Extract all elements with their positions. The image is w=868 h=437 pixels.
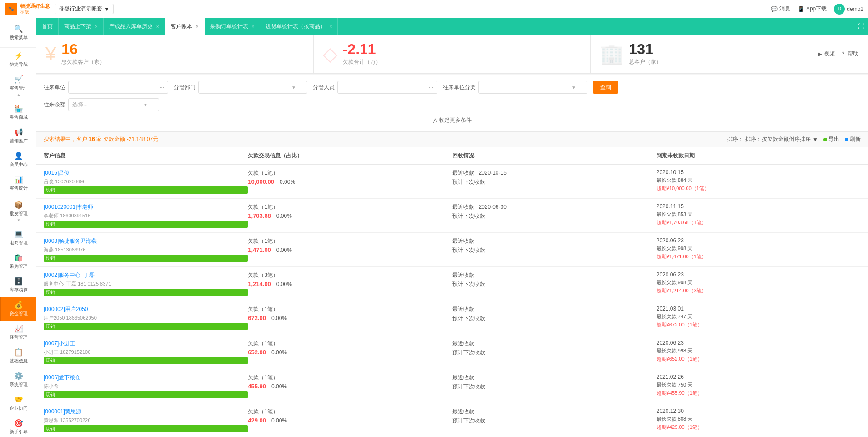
customer-link-6[interactable]: [0006]孟下粮仓 <box>44 374 248 382</box>
debt-ratio-2: 0.00% <box>276 247 292 253</box>
due-days-4: 最长欠款 747 天 <box>657 313 861 320</box>
customer-link-1[interactable]: [0001020001]李老师 <box>44 203 248 211</box>
customer-link-7[interactable]: [000001]黄思源 <box>44 408 248 416</box>
tab-product-history[interactable]: 产成品入库单历史 × <box>104 18 165 35</box>
tab-incoming-summary[interactable]: 进货单统计表（按商品） × <box>260 18 338 35</box>
tab-product-offshelf-close[interactable]: × <box>95 24 98 29</box>
collapse-btn[interactable]: ⋀ 收起更多条件 <box>44 115 861 126</box>
due-overdue-6[interactable]: 超期¥455.90（1笔） <box>657 390 861 397</box>
due-overdue-2[interactable]: 超期¥1,471.00（1笔） <box>657 253 861 260</box>
yuan-icon: ¥ <box>45 43 56 65</box>
table-row: [000002]用户2050 用户2050 18665062050 现销 欠款（… <box>36 301 868 335</box>
tab-purchase-summary-close[interactable]: × <box>252 24 255 29</box>
customer-link-5[interactable]: [0007]小进王 <box>44 340 248 347</box>
debt-cell-2: 欠款（1笔） 1,471.00 0.00% <box>248 237 452 262</box>
debt-amount-1: 1,703.68 <box>248 212 271 219</box>
tab-customer-account-label: 客户账本 <box>171 23 192 30</box>
message-icon: 💬 <box>771 6 778 12</box>
tab-customer-account-close[interactable]: × <box>196 24 199 29</box>
retail-stats-icon: 📊 <box>14 175 23 184</box>
stat-info-debt-customers: 16 总欠款客户（家） <box>61 42 105 66</box>
sidebar-item-inventory[interactable]: 🗄️ 库存核算 <box>0 273 36 297</box>
username: demo2 <box>847 6 863 12</box>
member-icon: 👤 <box>14 151 23 160</box>
sidebar-item-ecommerce[interactable]: 💻 电商管理 <box>0 226 36 250</box>
sidebar-item-retail-manage[interactable]: 🛒 零售管理 ▲ <box>0 71 36 100</box>
due-overdue-1[interactable]: 超期¥1,703.68（1笔） <box>657 219 861 226</box>
tab-incoming-summary-close[interactable]: × <box>329 24 332 29</box>
customer-link-3[interactable]: [0002]服务中心_丁磊 <box>44 271 248 279</box>
due-overdue-4[interactable]: 超期¥672.00（1笔） <box>657 321 861 328</box>
tab-home[interactable]: 首页 <box>36 18 59 35</box>
video-btn[interactable]: ▶ 视频 <box>818 50 835 58</box>
due-overdue-0[interactable]: 超期¥10,000.00（1笔） <box>657 185 861 192</box>
sidebar-item-retail-stats[interactable]: 📊 零售统计 <box>0 171 36 195</box>
filter-from-unit: 往来单位 ··· <box>44 81 168 94</box>
sidebar-item-member[interactable]: 👤 会员中心 <box>0 148 36 171</box>
debt-cell-0: 欠款（1笔） 10,000.00 0.00% <box>248 169 452 194</box>
customer-cell-4: [000002]用户2050 用户2050 18665062050 现销 <box>44 306 248 330</box>
debt-ratio-1: 0.00% <box>276 213 292 219</box>
unit-category-select[interactable]: ▼ <box>478 81 587 94</box>
sidebar-item-retail-mall[interactable]: 🏪 零售商城 <box>0 100 36 124</box>
sidebar-item-system[interactable]: ⚙️ 系统管理 <box>0 368 36 392</box>
top-bar-left: 🐾 畅捷通好生意 示版 母婴行业演示账套 ▼ <box>5 3 114 15</box>
retail-manage-icon: 🛒 <box>14 75 23 84</box>
sort-select[interactable]: 排序： 排序：按欠款金额倒序排序 ▼ <box>727 136 818 143</box>
query-btn[interactable]: 查询 <box>593 81 618 94</box>
sidebar-item-basic-info[interactable]: 📋 基础信息 <box>0 344 36 368</box>
due-overdue-5[interactable]: 超期¥652.00（1笔） <box>657 356 861 362</box>
tab-product-history-close[interactable]: × <box>156 24 159 29</box>
export-icon <box>823 138 827 141</box>
due-overdue-7[interactable]: 超期¥429.00（1笔） <box>657 424 861 431</box>
customer-link-2[interactable]: [0003]畅捷服务尹海燕 <box>44 237 248 245</box>
balance-select[interactable]: 选择... ▼ <box>68 98 159 111</box>
debt-ratio-0: 0.00% <box>280 179 295 185</box>
result-info: 搜索结果中，客户 16 家 欠款金额 -21,148.07元 <box>44 136 158 143</box>
tab-maximize-icon[interactable]: ⛶ <box>858 23 864 30</box>
tab-product-offshelf[interactable]: 商品上下架 × <box>59 18 104 35</box>
due-overdue-3[interactable]: 超期¥1,214.00（3笔） <box>657 287 861 294</box>
sidebar-item-search[interactable]: 🔍 搜索菜单 <box>0 21 36 45</box>
customer-link-4[interactable]: [000002]用户2050 <box>44 306 248 313</box>
company-name: 母婴行业演示账套 <box>59 5 102 13</box>
recovery-next-4: 预计下次收款 <box>452 315 657 322</box>
sidebar-item-batch-manage[interactable]: 📦 批发管理 ▼ <box>0 197 36 226</box>
company-selector[interactable]: 母婴行业演示账套 ▼ <box>55 4 114 14</box>
stat-label-amount: 欠款合计（万） <box>343 58 381 66</box>
sidebar-item-newcomer[interactable]: 🎯 新手引导 <box>0 415 36 437</box>
help-label: 帮助 <box>848 50 858 58</box>
app-download-btn[interactable]: 📱 App下载 <box>798 5 827 13</box>
sidebar-item-purchase[interactable]: 🛍️ 采购管理 <box>0 250 36 273</box>
recovery-next-3: 预计下次收款 <box>452 281 657 288</box>
from-unit-input[interactable]: ··· <box>68 81 168 94</box>
customer-link-0[interactable]: [0016]吕俊 <box>44 169 248 177</box>
recovery-cell-2: 最近收款 预计下次收款 <box>452 237 657 262</box>
tab-purchase-summary[interactable]: 采购订单统计表 × <box>205 18 261 35</box>
customer-phone-5: 小进王 18279152100 <box>44 349 248 356</box>
tab-minimize-icon[interactable]: — <box>848 23 854 30</box>
sidebar-item-quick-nav[interactable]: ⚡ 快捷导航 <box>0 48 36 71</box>
user-avatar-btn[interactable]: D demo2 <box>834 4 863 15</box>
dept-select[interactable]: ▼ <box>198 81 307 94</box>
help-btn[interactable]: ？ 帮助 <box>840 50 858 58</box>
sidebar-item-ops[interactable]: 📈 经营管理 <box>0 321 36 344</box>
filter-person: 分管人员 ··· <box>313 81 437 94</box>
person-input[interactable]: ··· <box>337 81 437 94</box>
retail-mall-icon: 🏪 <box>14 104 23 113</box>
export-btn[interactable]: 导出 <box>823 136 839 143</box>
message-btn[interactable]: 💬 消息 <box>771 5 790 13</box>
tab-home-label: 首页 <box>42 23 53 30</box>
basic-info-icon: 📋 <box>14 348 23 357</box>
tab-product-history-label: 产成品入库单历史 <box>109 23 153 30</box>
sidebar-item-enterprise[interactable]: 🤝 企业协同 <box>0 392 36 415</box>
collapse-label: 收起更多条件 <box>439 116 472 124</box>
sidebar-item-marketing[interactable]: 📢 营销推广 <box>0 124 36 148</box>
refresh-btn[interactable]: 刷新 <box>845 136 861 143</box>
tab-customer-account[interactable]: 客户账本 × <box>165 18 205 35</box>
recovery-date-5: 最近收款 <box>452 340 657 347</box>
due-days-1: 最长欠款 853 天 <box>657 211 861 218</box>
due-date-5: 2020.06.23 <box>657 340 861 346</box>
customer-tag-0: 现销 <box>44 186 248 194</box>
sidebar-item-finance[interactable]: 💰 资金管理 <box>0 297 36 321</box>
